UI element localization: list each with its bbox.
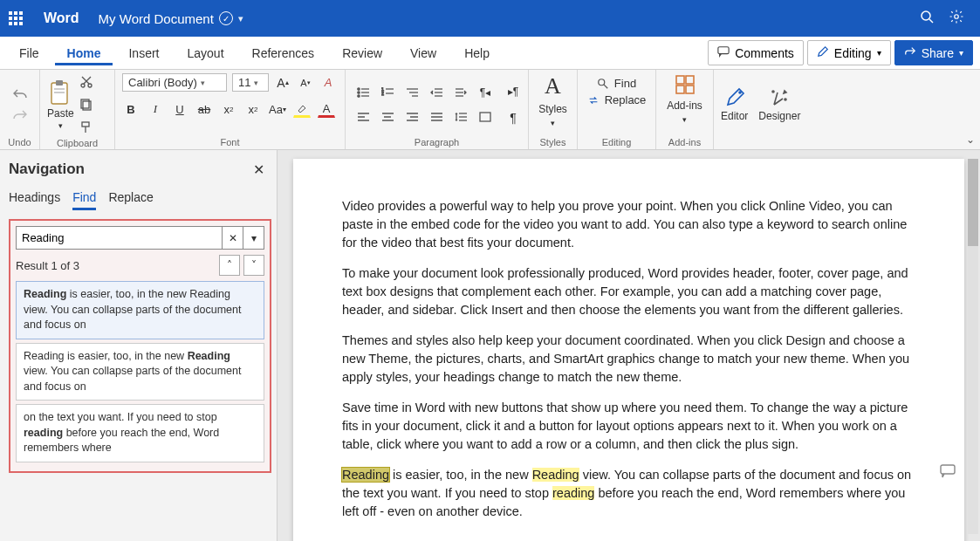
paragraph[interactable]: Themes and styles also help keep your do… (342, 332, 915, 387)
italic-button[interactable]: I (147, 100, 164, 118)
align-left-icon[interactable] (353, 106, 373, 127)
svg-point-48 (599, 79, 605, 85)
paragraph[interactable]: Save time in Word with new buttons that … (342, 399, 915, 454)
find-button[interactable]: Find (597, 77, 636, 90)
highlight-color-button[interactable] (293, 100, 311, 118)
find-hit[interactable]: Reading is easier, too, in the new Readi… (16, 281, 264, 339)
comments-button[interactable]: Comments (708, 40, 804, 65)
editing-mode-button[interactable]: Editing ▾ (807, 40, 891, 65)
borders-icon[interactable] (475, 106, 496, 127)
find-clear-icon[interactable]: ✕ (223, 226, 243, 250)
undo-icon[interactable] (11, 86, 29, 103)
align-right-icon[interactable] (401, 106, 422, 127)
svg-point-8 (81, 84, 85, 87)
copy-icon[interactable] (78, 96, 95, 113)
ribbon-collapse-icon[interactable]: ⌄ (966, 134, 975, 146)
find-hit[interactable]: Reading is easier, too, in the new Readi… (16, 343, 264, 401)
format-painter-icon[interactable] (78, 119, 95, 136)
justify-icon[interactable] (426, 106, 447, 127)
show-marks-icon[interactable]: ¶ (503, 107, 524, 128)
superscript-button[interactable]: x2 (244, 100, 262, 118)
vertical-scrollbar[interactable] (968, 159, 978, 534)
svg-rect-5 (56, 80, 63, 86)
paragraph-ltr-icon[interactable]: ▸¶ (503, 81, 524, 102)
bold-button[interactable]: B (122, 100, 140, 118)
share-button[interactable]: Share ▾ (894, 40, 973, 65)
paragraph-rtl-icon[interactable]: ¶◂ (475, 82, 496, 103)
increase-indent-icon[interactable] (450, 82, 471, 103)
change-case-button[interactable]: Aa▾ (269, 100, 286, 118)
comments-label: Comments (735, 46, 794, 60)
menu-review[interactable]: Review (330, 41, 394, 65)
settings-gear-icon[interactable] (942, 9, 971, 28)
paragraph[interactable]: Reading is easier, too, in the new Readi… (342, 466, 915, 521)
multilevel-list-icon[interactable] (401, 82, 422, 103)
shrink-font-icon[interactable]: A▾ (297, 74, 314, 92)
paste-button[interactable]: Paste ▾ (47, 79, 74, 130)
find-panel-highlight: ✕ ▾ Result 1 of 3 ˄ ˅ Reading is easier,… (9, 219, 271, 473)
svg-rect-47 (480, 113, 490, 121)
cut-icon[interactable] (78, 73, 95, 91)
menu-home[interactable]: Home (55, 41, 113, 65)
redo-icon[interactable] (11, 106, 29, 124)
editor-button[interactable]: Editor (721, 87, 748, 122)
nav-close-icon[interactable]: ✕ (253, 161, 264, 178)
font-color-button[interactable]: A (318, 100, 335, 118)
title-bar: Word My Word Document ✓ ▾ (0, 0, 980, 37)
document-area[interactable]: Video provides a powerful way to help yo… (278, 150, 980, 541)
app-launcher-icon[interactable] (9, 11, 28, 25)
document-page[interactable]: Video provides a powerful way to help yo… (293, 159, 964, 541)
save-status-icon[interactable]: ✓ (219, 11, 233, 25)
comment-indicator-icon[interactable] (940, 464, 956, 482)
svg-rect-6 (54, 88, 65, 90)
document-title[interactable]: My Word Document (99, 11, 214, 26)
svg-rect-50 (676, 76, 684, 84)
svg-point-0 (922, 11, 930, 20)
find-hit[interactable]: on the text you want. If you need to sto… (16, 404, 264, 462)
align-center-icon[interactable] (377, 106, 398, 127)
underline-button[interactable]: U (171, 100, 188, 118)
scrollbar-thumb[interactable] (968, 159, 978, 246)
grow-font-icon[interactable]: A▴ (274, 74, 291, 92)
addins-button[interactable]: Add-ins ▾ (663, 73, 706, 135)
svg-point-13 (358, 87, 360, 89)
chevron-down-icon: ▾ (682, 115, 687, 124)
font-family-select[interactable]: Calibri (Body)▾ (122, 73, 227, 92)
paragraph-group-label: Paragraph (353, 135, 521, 147)
nav-tab-replace[interactable]: Replace (108, 190, 153, 210)
find-input[interactable] (16, 226, 223, 250)
menu-layout[interactable]: Layout (175, 41, 236, 65)
decrease-indent-icon[interactable] (426, 82, 447, 103)
share-label: Share (922, 46, 954, 60)
bullets-icon[interactable] (353, 82, 373, 103)
app-name: Word (44, 10, 79, 26)
find-next-button[interactable]: ˅ (243, 255, 264, 276)
numbering-icon[interactable]: 12 (377, 82, 398, 103)
navigation-pane: Navigation ✕ Headings Find Replace ✕ ▾ R… (0, 150, 278, 541)
replace-button[interactable]: Replace (587, 93, 647, 106)
clear-format-icon[interactable]: A (319, 74, 337, 92)
doc-title-chevron-icon[interactable]: ▾ (238, 13, 243, 24)
font-size-select[interactable]: 11▾ (232, 73, 269, 92)
menu-file[interactable]: File (7, 41, 51, 65)
nav-tab-headings[interactable]: Headings (9, 190, 60, 210)
find-options-chevron-icon[interactable]: ▾ (243, 226, 264, 250)
menu-insert[interactable]: Insert (116, 41, 171, 65)
menu-references[interactable]: References (240, 41, 327, 65)
strike-button[interactable]: ab (195, 100, 213, 118)
designer-button[interactable]: Designer (758, 87, 800, 122)
search-icon[interactable] (912, 10, 942, 27)
svg-point-15 (358, 91, 360, 92)
find-prev-button[interactable]: ˄ (219, 255, 240, 276)
nav-tab-find[interactable]: Find (72, 190, 96, 210)
styles-button[interactable]: A Styles ▾ (536, 73, 570, 135)
line-spacing-icon[interactable] (450, 106, 471, 127)
subscript-button[interactable]: x2 (220, 100, 237, 118)
styles-group-label: Styles (536, 135, 570, 147)
menu-help[interactable]: Help (452, 41, 502, 65)
menu-view[interactable]: View (398, 41, 449, 65)
undo-group-label: Undo (7, 135, 32, 147)
chevron-down-icon: ▾ (877, 48, 881, 58)
paragraph[interactable]: Video provides a powerful way to help yo… (342, 197, 915, 252)
paragraph[interactable]: To make your document look professionall… (342, 264, 915, 319)
